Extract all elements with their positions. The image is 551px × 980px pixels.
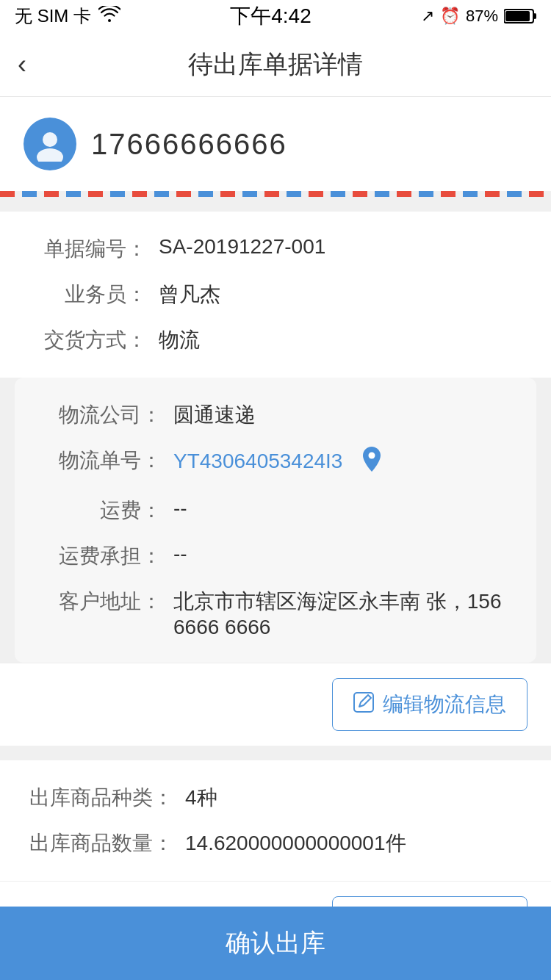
salesperson-row: 业务员： 曾凡杰 bbox=[29, 281, 522, 309]
freight-bearer-label: 运费承担： bbox=[44, 542, 162, 570]
alarm-icon: ⏰ bbox=[440, 7, 460, 26]
address-value: 北京市市辖区海淀区永丰南 张，156 6666 6666 bbox=[173, 588, 507, 639]
order-info-section: 单据编号： SA-20191227-001 业务员： 曾凡杰 交货方式： 物流 bbox=[0, 212, 551, 378]
delivery-method-label: 交货方式： bbox=[29, 326, 147, 354]
freight-bearer-value: -- bbox=[173, 542, 507, 566]
svg-rect-2 bbox=[505, 11, 530, 21]
types-value: 4种 bbox=[185, 784, 522, 812]
freight-value: -- bbox=[173, 497, 507, 520]
status-time: 下午4:42 bbox=[230, 2, 311, 30]
logistics-card: 物流公司： 圆通速递 物流单号： YT43064053424I3 运费： -- … bbox=[15, 378, 536, 663]
customer-phone: 17666666666 bbox=[91, 128, 287, 161]
tracking-number-label: 物流单号： bbox=[44, 447, 162, 475]
edit-icon bbox=[353, 692, 374, 718]
freight-label: 运费： bbox=[44, 497, 162, 525]
decorative-border bbox=[0, 191, 551, 197]
address-label: 客户地址： bbox=[44, 588, 162, 616]
logistics-company-label: 物流公司： bbox=[44, 401, 162, 429]
edit-logistics-row: 编辑物流信息 bbox=[0, 663, 551, 746]
svg-rect-6 bbox=[354, 693, 373, 712]
logistics-company-value: 圆通速递 bbox=[173, 401, 507, 429]
location-service-icon: ↗ bbox=[421, 7, 434, 26]
location-icon[interactable] bbox=[360, 447, 383, 479]
section-divider bbox=[0, 746, 551, 760]
nav-bar: ‹ 待出库单据详情 bbox=[0, 32, 551, 97]
logistics-company-row: 物流公司： 圆通速递 bbox=[44, 401, 507, 429]
battery-icon bbox=[504, 8, 536, 24]
quantity-value: 14.620000000000001件 bbox=[185, 829, 522, 857]
delivery-method-row: 交货方式： 物流 bbox=[29, 326, 522, 354]
tracking-number-value: YT43064053424I3 bbox=[173, 447, 507, 479]
page-title: 待出库单据详情 bbox=[188, 48, 363, 82]
freight-row: 运费： -- bbox=[44, 497, 507, 525]
freight-bearer-row: 运费承担： -- bbox=[44, 542, 507, 570]
battery-label: 87% bbox=[466, 7, 498, 26]
svg-point-3 bbox=[43, 132, 57, 147]
salesperson-label: 业务员： bbox=[29, 281, 147, 309]
svg-rect-1 bbox=[533, 13, 536, 19]
types-label: 出库商品种类： bbox=[29, 784, 173, 812]
types-row: 出库商品种类： 4种 bbox=[29, 784, 522, 812]
doc-number-value: SA-20191227-001 bbox=[159, 235, 522, 259]
quantity-row: 出库商品数量： 14.620000000000001件 bbox=[29, 829, 522, 857]
status-bar: 无 SIM 卡 下午4:42 ↗ ⏰ 87% bbox=[0, 0, 551, 32]
summary-section: 出库商品种类： 4种 出库商品数量： 14.620000000000001件 bbox=[0, 760, 551, 881]
address-row: 客户地址： 北京市市辖区海淀区永丰南 张，156 6666 6666 bbox=[44, 588, 507, 639]
edit-logistics-button[interactable]: 编辑物流信息 bbox=[332, 678, 527, 731]
confirm-button[interactable]: 确认出库 bbox=[0, 907, 551, 980]
status-right: ↗ ⏰ 87% bbox=[421, 7, 536, 26]
customer-header: 17666666666 bbox=[0, 97, 551, 191]
status-left: 无 SIM 卡 bbox=[15, 4, 120, 28]
delivery-method-value: 物流 bbox=[159, 326, 522, 354]
salesperson-value: 曾凡杰 bbox=[159, 281, 522, 309]
quantity-label: 出库商品数量： bbox=[29, 829, 173, 857]
edit-logistics-label: 编辑物流信息 bbox=[383, 691, 506, 718]
doc-number-row: 单据编号： SA-20191227-001 bbox=[29, 235, 522, 263]
back-button[interactable]: ‹ bbox=[18, 49, 26, 80]
tracking-number-row: 物流单号： YT43064053424I3 bbox=[44, 447, 507, 479]
doc-number-label: 单据编号： bbox=[29, 235, 147, 263]
customer-avatar bbox=[24, 118, 76, 170]
svg-point-4 bbox=[37, 148, 63, 162]
carrier-label: 无 SIM 卡 bbox=[15, 4, 91, 28]
svg-point-5 bbox=[369, 453, 375, 459]
wifi-icon bbox=[98, 6, 120, 26]
